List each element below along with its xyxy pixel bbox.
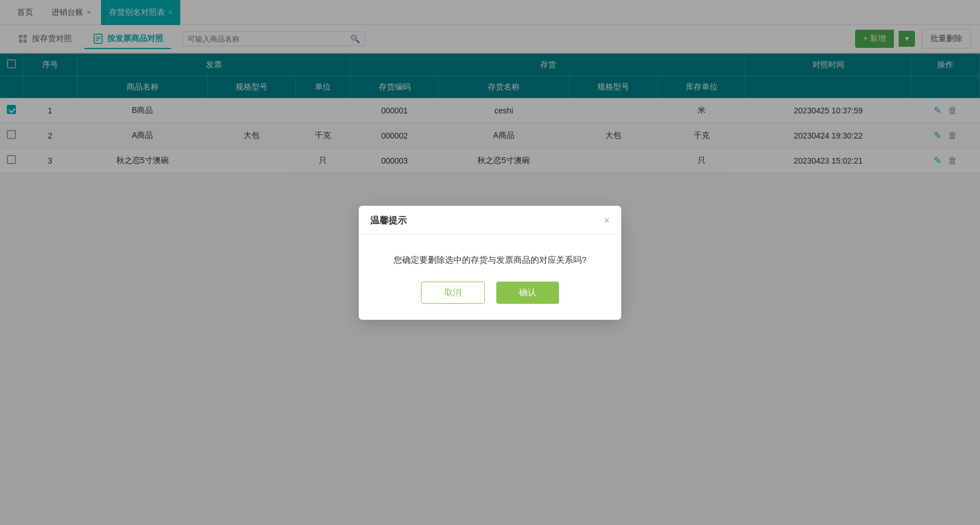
dialog-overlay: 温馨提示 × 您确定要删除选中的存货与发票商品的对应关系吗? 取消 确认: [0, 0, 980, 173]
